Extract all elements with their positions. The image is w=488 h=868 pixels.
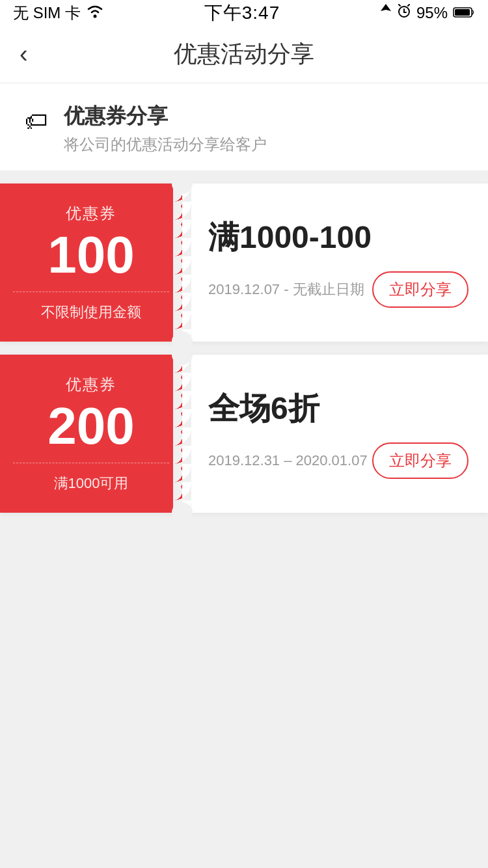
coupon-label-2: 优惠券 <box>66 374 116 395</box>
wifi-icon <box>86 4 104 22</box>
svg-line-4 <box>399 5 400 6</box>
page-title: 优惠活动分享 <box>174 38 314 70</box>
section-text: 优惠券分享 将公司的优惠活动分享给客户 <box>64 103 267 155</box>
coupon-date-1: 2019.12.07 - 无截止日期 <box>208 280 364 299</box>
coupon-footer-1: 2019.12.07 - 无截止日期 立即分享 <box>208 271 468 308</box>
notch-top-2 <box>172 344 193 365</box>
coupon-left-2: 优惠券 200 满1000可用 <box>0 355 182 513</box>
section-header: 🏷 优惠券分享 将公司的优惠活动分享给客户 <box>0 83 488 170</box>
coupon-amount-1: 100 <box>47 229 134 281</box>
status-bar: 无 SIM 卡 下午3:47 95% <box>0 0 488 26</box>
notch-bottom-2 <box>172 502 193 523</box>
back-button[interactable]: ‹ <box>20 40 28 68</box>
coupon-divider-2 <box>13 463 169 463</box>
coupon-list: 优惠券 100 不限制使用金额 满1000-100 2019.12.07 - 无… <box>0 183 488 513</box>
coupon-card-2: 优惠券 200 满1000可用 全场6折 2019.12.31 – 2020.0… <box>0 355 488 513</box>
coupon-left-1: 优惠券 100 不限制使用金额 <box>0 183 182 342</box>
coupon-right-2: 全场6折 2019.12.31 – 2020.01.07 立即分享 <box>182 355 488 513</box>
battery-icon <box>453 4 475 22</box>
svg-rect-7 <box>455 9 470 16</box>
battery-percent: 95% <box>416 4 448 22</box>
coupon-right-1: 满1000-100 2019.12.07 - 无截止日期 立即分享 <box>182 183 488 342</box>
coupon-date-2: 2019.12.31 – 2020.01.07 <box>208 452 368 469</box>
coupon-share-button-2[interactable]: 立即分享 <box>372 442 468 479</box>
svg-line-5 <box>408 5 409 6</box>
status-right: 95% <box>380 3 475 23</box>
coupon-divider-1 <box>13 292 169 292</box>
section-icon: 🏷 <box>20 104 53 138</box>
status-time: 下午3:47 <box>204 1 280 25</box>
section-subtitle: 将公司的优惠活动分享给客户 <box>64 134 267 155</box>
sim-text: 无 SIM 卡 <box>13 3 81 23</box>
coupon-label-1: 优惠券 <box>66 203 116 224</box>
coupon-footer-2: 2019.12.31 – 2020.01.07 立即分享 <box>208 442 468 479</box>
coupon-condition-1: 不限制使用金额 <box>41 303 141 322</box>
location-icon <box>380 3 392 23</box>
status-left: 无 SIM 卡 <box>13 3 104 23</box>
coupon-share-button-1[interactable]: 立即分享 <box>372 271 468 308</box>
nav-bar: ‹ 优惠活动分享 <box>0 26 488 83</box>
coupon-card: 优惠券 100 不限制使用金额 满1000-100 2019.12.07 - 无… <box>0 183 488 342</box>
coupon-amount-2: 200 <box>47 400 134 452</box>
coupon-name-2: 全场6折 <box>208 388 468 429</box>
coupon-condition-2: 满1000可用 <box>54 474 129 493</box>
notch-top-1 <box>172 173 193 194</box>
svg-point-0 <box>94 15 97 18</box>
alarm-icon <box>397 4 411 22</box>
coupon-name-1: 满1000-100 <box>208 217 468 258</box>
section-title: 优惠券分享 <box>64 103 267 130</box>
